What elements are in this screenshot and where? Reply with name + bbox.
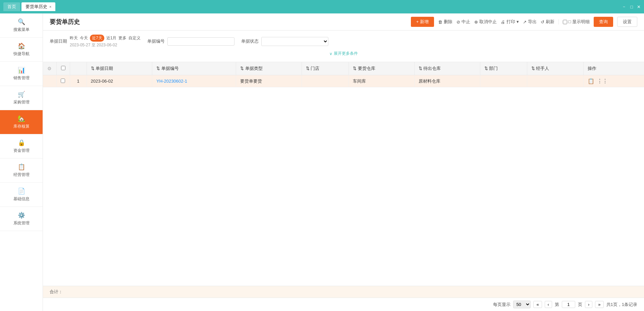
row-checkbox[interactable] xyxy=(61,79,65,83)
sidebar-item-finance-mgmt[interactable]: 🔒 资金管理 xyxy=(0,134,43,159)
page-title: 要货单历史 xyxy=(50,18,411,26)
system-mgmt-icon: ⚙️ xyxy=(18,212,25,219)
th-req-warehouse: ⇅ 要货仓库 xyxy=(348,62,414,75)
delete-button[interactable]: 🗑 🗑 删除 删除 xyxy=(438,19,452,25)
tab-home[interactable]: 首页 xyxy=(3,2,20,11)
page-number-input[interactable] xyxy=(562,301,575,308)
chevron-down-icon: ∨ xyxy=(329,51,332,56)
sidebar-item-ops-mgmt[interactable]: 📋 经营管理 xyxy=(0,159,43,183)
bill-no-link[interactable]: YH-20230602-1 xyxy=(156,79,187,84)
refresh-icon: ↺ xyxy=(541,19,544,25)
row-edit-icon[interactable]: 📋 xyxy=(588,78,594,84)
tab-requisition-history[interactable]: 要货单历史 × xyxy=(21,2,55,11)
bill-status-select[interactable] xyxy=(261,37,328,46)
sidebar: 🔍 搜索菜单 🏠 快捷导航 📊 销售管理 🛒 采购管理 🏡 库存核算 🔒 资金管… xyxy=(0,13,43,311)
refresh-button[interactable]: ↺ 刷新 xyxy=(541,19,554,25)
td-bill-date: 2023-06-02 xyxy=(87,75,152,87)
first-page-button[interactable]: « xyxy=(533,301,542,308)
td-handler xyxy=(527,75,583,87)
suspend-icon: ⊘ xyxy=(457,19,460,25)
query-button[interactable]: 查询 xyxy=(594,17,613,27)
content-area: 要货单历史 + 新增 🗑 🗑 删除 删除 ⊘ 中止 ⊗ 取消中止 🖨 xyxy=(43,13,644,311)
inventory-calc-icon: 🏡 xyxy=(18,115,25,122)
th-department: ⇅ 部门 xyxy=(480,62,527,75)
th-pending-warehouse: ⇅ 待出仓库 xyxy=(414,62,480,75)
basic-info-icon: 📄 xyxy=(18,187,25,195)
cancel-suspend-button[interactable]: ⊗ 取消中止 xyxy=(474,19,497,25)
last-page-button[interactable]: » xyxy=(595,301,603,308)
display-detail-checkbox[interactable] xyxy=(563,20,567,24)
footer-total: 合计： xyxy=(50,289,63,294)
suspend-button[interactable]: ⊘ 中止 xyxy=(457,19,470,25)
row-more-icon[interactable]: ⋮⋮ xyxy=(597,78,608,84)
main-layout: 🔍 搜索菜单 🏠 快捷导航 📊 销售管理 🛒 采购管理 🏡 库存核算 🔒 资金管… xyxy=(0,13,644,311)
th-checkbox xyxy=(56,62,70,75)
shortcut-more[interactable]: 更多 xyxy=(118,35,126,41)
shortcut-last7days[interactable]: 近7天 xyxy=(90,35,104,42)
sidebar-item-system-mgmt[interactable]: ⚙️ 系统管理 xyxy=(0,207,43,231)
date-range-text: 2023-05-27 至 2023-06-02 xyxy=(70,42,141,48)
sidebar-item-quick-nav[interactable]: 🏠 快捷导航 xyxy=(0,38,43,62)
maximize-icon[interactable]: □ xyxy=(630,4,633,9)
page-size-select[interactable]: 50 100 200 xyxy=(513,301,531,308)
shortcut-last1month[interactable]: 近1月 xyxy=(106,35,117,41)
next-page-button[interactable]: › xyxy=(585,301,592,308)
bill-no-input[interactable] xyxy=(167,37,234,46)
date-shortcuts: 昨天 今天 近7天 近1月 更多 自定义 xyxy=(70,35,141,42)
tab-close-icon[interactable]: × xyxy=(49,5,51,9)
page-header: 要货单历史 + 新增 🗑 🗑 删除 删除 ⊘ 中止 ⊗ 取消中止 🖨 xyxy=(43,13,644,31)
sidebar-item-search-menu-label: 搜索菜单 xyxy=(13,27,30,33)
minimize-icon[interactable]: － xyxy=(622,4,626,10)
expand-more-button[interactable]: ∨ 展开更多条件 xyxy=(329,51,358,56)
sidebar-item-search-menu[interactable]: 🔍 搜索菜单 xyxy=(0,13,43,38)
select-all-checkbox[interactable] xyxy=(61,66,65,70)
bill-no-label: 单据编号 xyxy=(147,38,165,44)
th-actions: 操作 xyxy=(583,62,644,75)
th-bill-date: ⇅ 单据日期 xyxy=(87,62,152,75)
export-icon: ↗ xyxy=(523,19,527,25)
td-settings xyxy=(43,75,56,87)
delete-icon: 🗑 xyxy=(438,19,442,25)
new-button[interactable]: + 新增 xyxy=(411,17,434,27)
th-settings: ⚙ xyxy=(43,62,56,75)
sidebar-item-system-mgmt-label: 系统管理 xyxy=(13,220,30,226)
sidebar-item-sales-mgmt[interactable]: 📊 销售管理 xyxy=(0,62,43,86)
data-table: ⚙ ⇅ 单据日期 ⇅ 单据编号 ⇅ 单据类型 xyxy=(43,62,644,87)
settings-button[interactable]: 设置 xyxy=(617,17,637,27)
top-bar: 首页 要货单历史 × － □ ✕ xyxy=(0,0,644,13)
th-bill-no: ⇅ 单据编号 xyxy=(152,62,236,75)
shortcut-custom[interactable]: 自定义 xyxy=(128,35,141,41)
bill-status-filter-group: 单据状态 xyxy=(241,37,328,46)
th-seq xyxy=(70,62,87,75)
pagination-area: 每页显示 50 100 200 « ‹ 第 页 › » 共1页，1条记录 xyxy=(43,298,644,311)
shortcut-yesterday[interactable]: 昨天 xyxy=(70,35,78,41)
print-button[interactable]: 🖨 打印 ▾ xyxy=(501,19,519,25)
window-close-icon[interactable]: ✕ xyxy=(637,4,641,9)
date-filter: 昨天 今天 近7天 近1月 更多 自定义 2023-05-27 至 2023-0… xyxy=(70,35,141,48)
ops-mgmt-icon: 📋 xyxy=(18,163,25,171)
page-size-label: 每页显示 xyxy=(493,302,511,308)
sidebar-item-sales-mgmt-label: 销售管理 xyxy=(13,75,30,81)
td-seq: 1 xyxy=(70,75,87,87)
expand-more-label: 展开更多条件 xyxy=(334,51,358,56)
bill-status-label: 单据状态 xyxy=(241,38,259,44)
sales-mgmt-icon: 📊 xyxy=(18,66,25,74)
shortcut-today[interactable]: 今天 xyxy=(80,35,88,41)
total-info: 共1页，1条记录 xyxy=(606,302,637,308)
sidebar-item-finance-mgmt-label: 资金管理 xyxy=(13,148,30,153)
sidebar-item-inventory-calc[interactable]: 🏡 库存核算 xyxy=(0,110,43,134)
sidebar-item-basic-info[interactable]: 📄 基础信息 xyxy=(0,183,43,207)
top-bar-right: － □ ✕ xyxy=(622,4,641,10)
prev-page-button[interactable]: ‹ xyxy=(545,301,552,308)
quick-nav-icon: 🏠 xyxy=(18,42,25,50)
table-settings-icon[interactable]: ⚙ xyxy=(47,66,52,71)
export-button[interactable]: ↗ 导出 xyxy=(523,19,537,25)
page-input-suffix: 页 xyxy=(578,302,582,308)
toolbar: + 新增 🗑 🗑 删除 删除 ⊘ 中止 ⊗ 取消中止 🖨 打印 ▾ xyxy=(411,17,637,27)
purchase-mgmt-icon: 🛒 xyxy=(18,91,25,98)
page-input-prefix: 第 xyxy=(555,302,559,308)
display-detail-toggle[interactable]: □ 显示明细 xyxy=(563,19,590,25)
td-department xyxy=(480,75,527,87)
table-header-row: ⚙ ⇅ 单据日期 ⇅ 单据编号 ⇅ 单据类型 xyxy=(43,62,644,75)
sidebar-item-purchase-mgmt[interactable]: 🛒 采购管理 xyxy=(0,86,43,110)
